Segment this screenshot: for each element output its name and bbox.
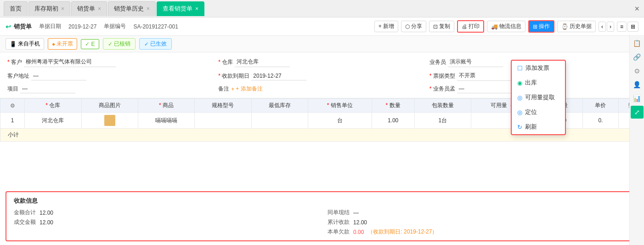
refresh-item[interactable]: ↻ 刷新	[512, 120, 565, 134]
approve-button[interactable]: ✓ E	[81, 39, 99, 49]
same-order-value: —	[353, 210, 359, 216]
due-label: 本单欠款	[328, 228, 350, 236]
history-button[interactable]: ⌚ 历史单据	[557, 21, 596, 32]
sidebar-icon-user[interactable]: 👤	[631, 78, 644, 91]
col-price: 单价	[583, 99, 619, 113]
address-value[interactable]: —	[31, 72, 86, 80]
window-close-button[interactable]: ×	[634, 4, 639, 13]
tab-view-sales-close[interactable]: ×	[195, 6, 198, 12]
outbound-item[interactable]: ◉ 出库	[512, 75, 565, 90]
add-invoice-item[interactable]: ☐ 添加发票	[512, 61, 565, 75]
meta-date-label: 单据日期	[39, 23, 61, 30]
note-field: 备注 + + 添加备注	[218, 85, 425, 93]
tab-inventory-close[interactable]: ×	[61, 6, 64, 12]
share-icon: ⬡	[405, 23, 410, 30]
meta-no-value: SA-20191227-001	[133, 23, 178, 30]
list-view-button[interactable]: ≡	[617, 22, 627, 32]
check-icon: ✓	[108, 41, 113, 47]
staff-value[interactable]: 演示账号	[448, 57, 503, 67]
print-button[interactable]: 🖨 打印	[457, 20, 484, 33]
take-effect-button[interactable]: ✓ 已生效	[139, 38, 172, 50]
col-min-stock: 最低库存	[251, 99, 308, 113]
meta-date-value: 2019-12-27	[68, 23, 96, 30]
meta-no-label: 单据编号	[104, 23, 126, 30]
grid-view-button[interactable]: ⊞	[627, 22, 638, 32]
row-no: 1	[0, 113, 25, 129]
doc-actions: + 新增 ⬡ 分享 ⊡ 复制 🖨 打印 🚚 物流信息	[374, 20, 638, 33]
prev-button[interactable]: ‹	[599, 22, 606, 32]
staff2-value[interactable]: —	[457, 85, 512, 93]
due-date-label: 收款到期日	[218, 72, 249, 80]
invoice-icon: ☐	[517, 65, 523, 72]
note-label: 备注	[218, 85, 229, 93]
same-order-row: 同单现结 —	[328, 209, 630, 217]
due-date-value[interactable]: 2019-12-27	[251, 72, 306, 80]
col-unit: 销售单位	[308, 99, 372, 113]
warehouse-field: 仓库 河北仓库	[218, 57, 425, 67]
available-extract-item[interactable]: ◎ 可用量提取	[512, 90, 565, 105]
warehouse-label: 仓库	[218, 58, 233, 66]
row-spec	[195, 113, 251, 129]
col-warehouse: 仓库	[25, 99, 81, 113]
address-field: 客户地址 —	[7, 72, 215, 80]
row-unit: 台	[308, 113, 372, 129]
operate-icon: ⊞	[533, 23, 537, 30]
due-value: 0.00	[353, 229, 364, 235]
customer-value[interactable]: 柳州粤港平安气体有限公司	[24, 57, 116, 67]
operate-button[interactable]: ⊞ 操作	[528, 20, 554, 33]
due-note: （收款到期日: 2019-12-27）	[367, 228, 437, 236]
next-button[interactable]: ›	[607, 22, 614, 32]
col-img: 商品图片	[81, 99, 138, 113]
from-phone-button[interactable]: 📱 来自手机	[6, 38, 44, 50]
staff2-label: 业务员孟	[429, 85, 455, 93]
col-pkg-qty: 包装数量	[414, 99, 471, 113]
deal-label: 成交金额	[14, 218, 36, 226]
refresh-icon: ↻	[517, 124, 522, 131]
col-spec: 规格型号	[195, 99, 251, 113]
share-button[interactable]: ⬡ 分享	[401, 21, 426, 32]
right-sidebar: 📋 🔗 ⊙ 👤 📊 ⤢	[629, 35, 644, 245]
tab-sales[interactable]: 销货单 ×	[71, 1, 107, 16]
sidebar-icon-link[interactable]: 🔗	[631, 51, 644, 63]
tab-sales-history-close[interactable]: ×	[147, 6, 150, 12]
tab-sales-close[interactable]: ×	[98, 6, 101, 12]
same-order-label: 同单现结	[328, 209, 350, 217]
project-value[interactable]: —	[20, 85, 75, 93]
not-open-icon: ●	[52, 41, 55, 47]
effect-icon: ✓	[144, 41, 149, 47]
row-pkg-qty: 1台	[414, 113, 471, 129]
tab-sales-history[interactable]: 销货单历史 ×	[108, 1, 156, 16]
col-gear[interactable]: ⚙	[0, 99, 25, 113]
tab-home[interactable]: 首页	[4, 1, 28, 16]
locate-item[interactable]: ◎ 定位	[512, 105, 565, 120]
row-product: 嗝嗝嗝嗝	[138, 113, 194, 129]
locate-icon: ◎	[517, 109, 522, 116]
row-warehouse: 河北仓库	[25, 113, 81, 129]
row-price: 0.	[583, 113, 619, 129]
sidebar-icon-expand[interactable]: ⤢	[631, 106, 644, 119]
deal-row: 成交金额 12.00	[14, 218, 316, 226]
row-qty: 1.00	[372, 113, 414, 129]
gear-icon[interactable]: ⚙	[10, 103, 15, 109]
ticket-type-value[interactable]: 不开票	[457, 71, 512, 81]
tab-inventory[interactable]: 库存期初 ×	[28, 1, 70, 16]
not-open-button[interactable]: ● 未开票	[48, 38, 77, 50]
copy-icon: ⊡	[433, 23, 438, 30]
cumulative-value: 12.00	[353, 219, 367, 226]
warehouse-value[interactable]: 河北仓库	[235, 57, 290, 67]
add-note-button[interactable]: + + 添加备注	[231, 85, 262, 93]
logistics-button[interactable]: 🚚 物流信息	[487, 21, 525, 32]
payment-info: 收款信息 金额合计 12.00 成交金额 12.00 同单现结 —	[6, 191, 638, 241]
sidebar-icon-circle[interactable]: ⊙	[631, 64, 644, 77]
plus-icon: +	[231, 86, 234, 92]
view-icons: ≡ ⊞	[617, 22, 638, 32]
sidebar-icon-chart[interactable]: 📊	[631, 92, 644, 105]
cancel-sale-button[interactable]: ✓ 已核销	[103, 38, 136, 50]
staff-label: 业务员	[429, 58, 446, 66]
history-icon: ⌚	[561, 23, 568, 30]
sidebar-icon-doc[interactable]: 📋	[631, 37, 644, 50]
copy-button[interactable]: ⊡ 复制	[429, 21, 454, 32]
address-label: 客户地址	[7, 72, 29, 80]
new-button[interactable]: + 新增	[374, 21, 398, 32]
tab-view-sales[interactable]: 查看销货单 ×	[157, 1, 204, 16]
